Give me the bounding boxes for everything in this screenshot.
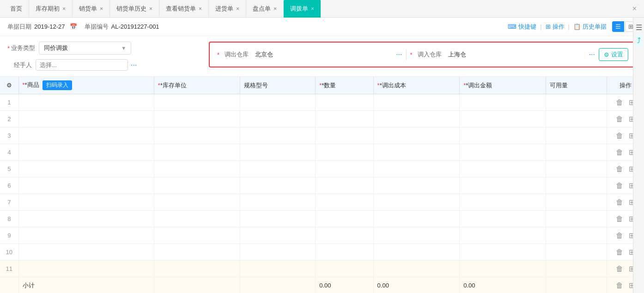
tab-inventory-init-close[interactable]: × — [62, 6, 66, 12]
tab-sales-order-close[interactable]: × — [100, 6, 103, 12]
row-spec-2[interactable] — [240, 111, 316, 128]
business-type-select[interactable]: 同价调拨 ▼ — [39, 42, 131, 55]
row-amount-6[interactable] — [460, 177, 546, 194]
row-amount-8[interactable] — [460, 211, 546, 227]
row-unit-2[interactable] — [154, 111, 240, 128]
row-goods-6[interactable] — [18, 177, 154, 194]
row-unit-11[interactable] — [154, 261, 240, 277]
delete-btn-10[interactable]: 🗑 — [614, 247, 625, 257]
row-amount-9[interactable] — [460, 227, 546, 244]
row-spec-4[interactable] — [240, 144, 316, 161]
handler-input[interactable] — [36, 59, 128, 71]
row-amount-11[interactable] — [460, 261, 546, 277]
tab-transfer-order-close[interactable]: × — [311, 6, 314, 12]
table-settings-icon[interactable]: ⚙ — [6, 82, 12, 89]
delete-btn-9[interactable]: 🗑 — [614, 231, 625, 241]
row-spec-8[interactable] — [240, 211, 316, 227]
tab-inventory-check-close[interactable]: × — [273, 6, 277, 12]
row-cost-4[interactable] — [373, 144, 460, 161]
row-available-3[interactable] — [546, 128, 607, 144]
row-amount-3[interactable] — [460, 128, 546, 144]
row-unit-9[interactable] — [154, 227, 240, 244]
row-available-2[interactable] — [546, 111, 607, 128]
row-spec-11[interactable] — [240, 261, 316, 277]
row-unit-8[interactable] — [154, 211, 240, 227]
row-spec-1[interactable] — [240, 94, 316, 111]
sidebar-list-icon[interactable]: ☰ — [634, 21, 644, 34]
row-unit-5[interactable] — [154, 161, 240, 177]
row-goods-10[interactable] — [18, 244, 154, 261]
delete-btn-11[interactable]: 🗑 — [614, 264, 625, 274]
row-spec-6[interactable] — [240, 177, 316, 194]
row-available-1[interactable] — [546, 94, 607, 111]
delete-btn-4[interactable]: 🗑 — [614, 147, 625, 158]
row-spec-7[interactable] — [240, 194, 316, 211]
row-quantity-5[interactable] — [316, 161, 373, 177]
row-unit-3[interactable] — [154, 128, 240, 144]
row-cost-10[interactable] — [373, 244, 460, 261]
delete-btn-6[interactable]: 🗑 — [614, 181, 625, 191]
row-unit-6[interactable] — [154, 177, 240, 194]
tab-view-sales-close[interactable]: × — [199, 6, 202, 12]
tab-view-sales[interactable]: 查看销货单 × — [159, 0, 209, 18]
tab-transfer-order[interactable]: 调拨单 × — [284, 0, 321, 18]
quick-key-button[interactable]: ⌨ 快捷键 — [508, 23, 536, 31]
delete-btn-3[interactable]: 🗑 — [614, 131, 625, 141]
row-cost-1[interactable] — [373, 94, 460, 111]
operations-button[interactable]: ⊞ 操作 — [546, 23, 565, 31]
row-cost-11[interactable] — [373, 261, 460, 277]
row-quantity-4[interactable] — [316, 144, 373, 161]
tab-sales-history-close[interactable]: × — [149, 6, 152, 12]
transfer-out-more-btn[interactable]: ··· — [396, 50, 402, 59]
row-quantity-10[interactable] — [316, 244, 373, 261]
subtotal-delete-btn[interactable]: 🗑 — [614, 281, 625, 291]
delete-btn-7[interactable]: 🗑 — [614, 197, 625, 208]
tab-home[interactable]: 首页 — [4, 0, 29, 18]
tab-purchase-order[interactable]: 进货单 × — [209, 0, 246, 18]
transfer-in-more-btn[interactable]: ··· — [589, 50, 595, 59]
row-amount-7[interactable] — [460, 194, 546, 211]
handler-more-btn[interactable]: ··· — [131, 61, 137, 69]
row-amount-4[interactable] — [460, 144, 546, 161]
row-spec-3[interactable] — [240, 128, 316, 144]
row-available-8[interactable] — [546, 211, 607, 227]
delete-btn-8[interactable]: 🗑 — [614, 214, 625, 224]
row-quantity-8[interactable] — [316, 211, 373, 227]
row-goods-4[interactable] — [18, 144, 154, 161]
calendar-icon[interactable]: 📅 — [70, 23, 77, 30]
row-cost-5[interactable] — [373, 161, 460, 177]
row-goods-1[interactable] — [18, 94, 154, 111]
close-all-button[interactable]: × — [629, 3, 640, 15]
row-quantity-11[interactable] — [316, 261, 373, 277]
row-goods-5[interactable] — [18, 161, 154, 177]
row-available-9[interactable] — [546, 227, 607, 244]
history-button[interactable]: 📋 历史单据 — [573, 23, 607, 31]
settings-button[interactable]: ⚙ 设置 — [599, 48, 628, 61]
delete-btn-1[interactable]: 🗑 — [614, 98, 625, 108]
tab-inventory-init[interactable]: 库存期初 × — [29, 0, 73, 18]
row-goods-3[interactable] — [18, 128, 154, 144]
row-cost-9[interactable] — [373, 227, 460, 244]
tab-sales-order[interactable]: 销货单 × — [73, 0, 110, 18]
row-amount-5[interactable] — [460, 161, 546, 177]
row-spec-5[interactable] — [240, 161, 316, 177]
row-unit-4[interactable] — [154, 144, 240, 161]
row-unit-1[interactable] — [154, 94, 240, 111]
row-quantity-2[interactable] — [316, 111, 373, 128]
row-spec-10[interactable] — [240, 244, 316, 261]
row-cost-8[interactable] — [373, 211, 460, 227]
row-quantity-7[interactable] — [316, 194, 373, 211]
row-goods-7[interactable] — [18, 194, 154, 211]
row-available-5[interactable] — [546, 161, 607, 177]
row-cost-7[interactable] — [373, 194, 460, 211]
row-quantity-3[interactable] — [316, 128, 373, 144]
row-amount-2[interactable] — [460, 111, 546, 128]
row-unit-10[interactable] — [154, 244, 240, 261]
row-cost-2[interactable] — [373, 111, 460, 128]
row-quantity-6[interactable] — [316, 177, 373, 194]
row-cost-3[interactable] — [373, 128, 460, 144]
row-available-4[interactable] — [546, 144, 607, 161]
row-goods-8[interactable] — [18, 211, 154, 227]
row-goods-2[interactable] — [18, 111, 154, 128]
row-quantity-9[interactable] — [316, 227, 373, 244]
